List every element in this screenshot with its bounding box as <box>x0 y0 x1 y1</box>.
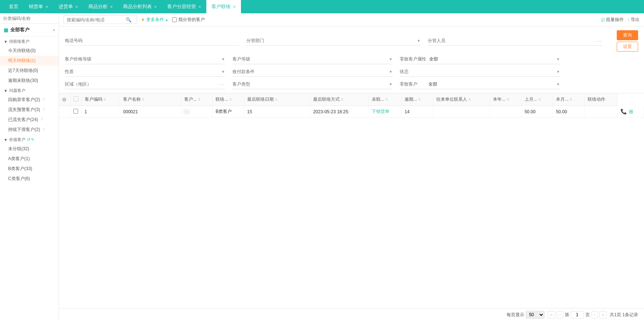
sidebar-item-week7[interactable]: 近7天待联络(0) <box>0 66 59 76</box>
filter-status-select[interactable]: ▼ <box>428 70 560 74</box>
row-checkbox-cell <box>70 106 81 118</box>
sidebar-item-declining[interactable]: 持续下滑客户(2) ? <box>0 125 59 135</box>
filter-row-4: 区域（地区） ··· 客户类型 ▼ 零散客户 全部 <box>65 80 638 89</box>
filter-person-select[interactable]: ··· <box>456 38 602 44</box>
sidebar-item-typeC[interactable]: C类客户(6) <box>0 174 59 184</box>
row-checkbox[interactable] <box>73 109 78 114</box>
sort-last-month-icon[interactable]: ⇅ <box>538 98 541 101</box>
sidebar-item-lostwarning[interactable]: 流失预警客户(3) ? <box>0 105 59 115</box>
export-btn[interactable]: ↑ 导出 <box>627 17 640 23</box>
th-not-contact: 未联... ⇅ <box>368 93 402 106</box>
sort-unit-contact-icon[interactable]: ⇅ <box>468 98 471 101</box>
sort-customer-type-icon[interactable]: ⇅ <box>198 98 201 101</box>
nav-sales[interactable]: 销货单 ✕ <box>24 0 53 13</box>
sidebar-item-today[interactable]: 今天待联络(0) <box>0 46 59 56</box>
th-name: 客户名称 ⇅ <box>120 93 181 106</box>
sort-last-contact-date-icon[interactable]: ⇅ <box>275 98 278 101</box>
sort-last-contact-method-icon[interactable]: ⇅ <box>341 98 344 101</box>
nav-customer-contact[interactable]: 客户联络 ✕ <box>206 0 241 13</box>
search-input[interactable] <box>67 17 126 23</box>
last-page-btn[interactable]: » <box>599 311 607 318</box>
first-page-btn[interactable]: « <box>547 311 555 318</box>
close-analysis-list-icon[interactable]: ✕ <box>154 5 157 9</box>
sort-contact-icon[interactable]: ⇅ <box>229 98 232 101</box>
th-unit-contact: 往来单位联系人 ⇅ <box>433 93 490 106</box>
sidebar-item-typeA[interactable]: A类客户(1) <box>0 154 59 164</box>
filter-person-label: 分管人员 <box>428 38 454 44</box>
last-contact-method-link[interactable]: 下销货单 <box>372 109 389 114</box>
row-this-year-cell: 50.00 <box>521 106 553 118</box>
filter-customer-type-select[interactable]: ▼ <box>261 82 393 86</box>
prev-page-btn[interactable]: ‹ <box>557 311 563 318</box>
row-settings-cell <box>59 106 70 118</box>
sort-this-month-icon[interactable]: ⇅ <box>570 98 573 101</box>
nav-analysis-list[interactable]: 商品分析列表 ✕ <box>118 0 162 13</box>
filter-grade-select[interactable]: ▼ <box>261 57 393 61</box>
close-purchase-icon[interactable]: ✕ <box>75 5 78 9</box>
more-filter-btn[interactable]: ▼ 更多条件 ▲ <box>141 17 168 23</box>
nav-analysis[interactable]: 商品分析 ✕ <box>83 0 118 13</box>
row-action-cell: 📞 ⊞ <box>617 106 644 118</box>
table-header-row: ⚙ 客户编码 ⇅ 客户名称 <box>59 93 644 106</box>
close-customer-tier-icon[interactable]: ✕ <box>198 5 201 9</box>
sidebar-all-customers[interactable]: ▦ 全部客户 « <box>0 24 59 37</box>
page-input[interactable] <box>571 311 584 318</box>
sidebar-collapse-icon[interactable]: « <box>53 28 55 32</box>
query-button[interactable]: 查询 <box>617 30 638 40</box>
nav-purchase[interactable]: 进货单 ✕ <box>53 0 83 13</box>
row-contact-cell: 15 <box>244 106 310 118</box>
sort-this-year-icon[interactable]: ⇅ <box>507 98 510 101</box>
reset-button[interactable]: 设置 <box>617 42 638 52</box>
sidebar-item-abnormal[interactable]: 回购异常客户(2) ? <box>0 95 59 105</box>
sidebar-search-input[interactable] <box>3 16 58 21</box>
sort-code-icon[interactable]: ⇅ <box>104 98 106 101</box>
close-sales-icon[interactable]: ✕ <box>45 5 48 9</box>
batch-op-btn[interactable]: ☑ 批量操作 <box>601 17 624 23</box>
filter-price-grade-select[interactable]: ▼ <box>94 57 225 61</box>
filter-funnel-icon: ▼ <box>141 17 145 23</box>
value-refresh-icon[interactable]: ↺ <box>27 137 30 142</box>
sort-name-icon[interactable]: ⇅ <box>142 98 145 101</box>
filter-payment-label: 收付款条件 <box>232 69 258 75</box>
nav-customer-tier[interactable]: 客户分层经营 ✕ <box>162 0 206 13</box>
value-edit-icon[interactable]: ✎ <box>31 137 34 142</box>
filter-retail-label: 零散客户 <box>400 81 426 87</box>
filter-retail-attr-select[interactable]: 全部 ▼ <box>429 56 560 62</box>
gear-icon[interactable]: ⚙ <box>62 97 67 103</box>
add-action-icon[interactable]: ⊞ <box>629 108 633 114</box>
filter-nature-select[interactable]: ▼ <box>94 70 225 74</box>
filter-retail-attr-arrow: ▼ <box>556 57 560 61</box>
filter-grade-arrow: ▼ <box>389 57 392 61</box>
filter-status-arrow: ▼ <box>556 70 560 74</box>
sidebar-item-overdue[interactable]: 逾期未联络(30) <box>0 76 59 86</box>
nav-home[interactable]: 首页 <box>4 0 24 13</box>
th-last-contact-method: 最后联络方式 ⇅ <box>310 93 368 106</box>
close-analysis-icon[interactable]: ✕ <box>110 5 113 9</box>
next-page-btn[interactable]: › <box>591 311 598 318</box>
filter-payment-select[interactable]: ▼ <box>261 70 393 74</box>
header-checkbox[interactable] <box>73 96 78 101</box>
more-filter-arrow-icon: ▲ <box>165 18 168 22</box>
filter-payment: 收付款条件 ▼ <box>232 67 393 77</box>
row-last-month-cell: 50.00 <box>553 106 585 118</box>
sidebar-item-tomorrow[interactable]: 明天待联络(1) <box>0 56 59 66</box>
table-area: ⚙ 客户编码 ⇅ 客户名称 <box>59 93 644 308</box>
filter-grade-label: 客户等级 <box>232 56 258 62</box>
toolbar-search-icon[interactable]: 🔍 <box>126 17 132 23</box>
call-action-icon[interactable]: 📞 <box>620 108 627 114</box>
section-problem-title: ▼ 问题客户 <box>0 86 59 95</box>
row-this-month-cell <box>584 106 617 118</box>
sidebar-item-lost[interactable]: 已流失客户(24) ? <box>0 115 59 125</box>
per-page-select[interactable]: 50 10 20 100 <box>526 311 545 319</box>
filter-retail-select[interactable]: 全部 ▼ <box>428 81 560 87</box>
sidebar-item-typeB[interactable]: B类客户(33) <box>0 164 59 174</box>
filter-region-select[interactable]: ··· <box>94 82 225 87</box>
sidebar-item-uncat[interactable]: 未分组(32) <box>0 144 59 154</box>
close-customer-contact-icon[interactable]: ✕ <box>233 5 236 9</box>
sort-not-contact-icon[interactable]: ⇅ <box>385 98 388 101</box>
sort-overdue-icon[interactable]: ⇅ <box>418 98 421 101</box>
filter-dept-select[interactable]: ▼ <box>275 39 421 43</box>
my-customers-checkbox[interactable] <box>172 17 177 22</box>
filter-dept-label: 分管部门 <box>246 38 272 44</box>
th-action: 联络动作 <box>584 93 617 106</box>
